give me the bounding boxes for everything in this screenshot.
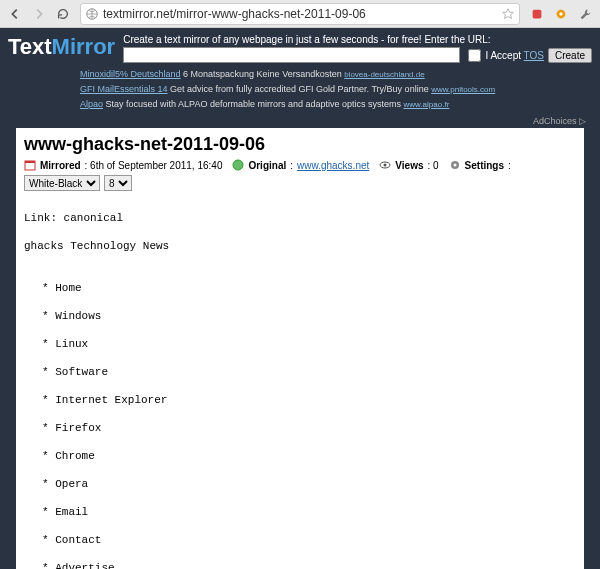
reload-button[interactable] (52, 3, 74, 25)
gear-icon (449, 159, 461, 171)
svg-point-8 (384, 164, 387, 167)
list-item: Firefox (42, 421, 576, 435)
address-bar[interactable]: textmirror.net/mirror-www-ghacks-net-201… (80, 3, 520, 25)
list-item: Software (42, 365, 576, 379)
svg-point-6 (233, 160, 243, 170)
globe-icon (232, 159, 244, 171)
ad-line[interactable]: Alpao Stay focused with ALPAO deformable… (80, 97, 592, 112)
bookmark-star-icon[interactable] (501, 7, 515, 21)
forward-button[interactable] (28, 3, 50, 25)
list-item: Internet Explorer (42, 393, 576, 407)
svg-rect-1 (533, 9, 542, 18)
views-label: Views (395, 160, 423, 171)
list-item: Email (42, 505, 576, 519)
logo[interactable]: TextMirror (8, 34, 115, 60)
page-title: www-ghacks-net-2011-09-06 (24, 134, 576, 155)
original-link[interactable]: www.ghacks.net (297, 160, 369, 171)
theme-select[interactable]: White-Black (24, 175, 100, 191)
mirror-url-input[interactable] (123, 47, 460, 63)
svg-point-3 (559, 12, 563, 16)
fontsize-select[interactable]: 8 (104, 175, 132, 191)
tos-label: I Accept TOS (485, 50, 544, 61)
ads-block: Minoxidil5% Deutschland 6 Monatspackung … (80, 67, 592, 112)
extension-icon[interactable] (526, 3, 548, 25)
tagline: Create a text mirror of any webpage in j… (123, 34, 592, 45)
list-item: Chrome (42, 449, 576, 463)
wrench-icon[interactable] (574, 3, 596, 25)
create-button[interactable]: Create (548, 48, 592, 63)
nav-list: Home Windows Linux Software Internet Exp… (42, 267, 576, 569)
svg-point-10 (453, 164, 456, 167)
browser-toolbar: textmirror.net/mirror-www-ghacks-net-201… (0, 0, 600, 28)
eye-icon (379, 159, 391, 171)
globe-icon (85, 7, 99, 21)
original-label: Original (248, 160, 286, 171)
list-item: Windows (42, 309, 576, 323)
extension-gear-icon[interactable] (550, 3, 572, 25)
calendar-icon (24, 159, 36, 171)
tos-link[interactable]: TOS (524, 50, 544, 61)
ad-line[interactable]: GFI MailEssentials 14 Get advice from fu… (80, 82, 592, 97)
mirrored-label: Mirrored (40, 160, 81, 171)
list-item: Advertise (42, 561, 576, 569)
main-content: www-ghacks-net-2011-09-06 Mirrored: 6th … (16, 128, 584, 569)
tos-checkbox[interactable] (468, 49, 481, 62)
url-text: textmirror.net/mirror-www-ghacks-net-201… (103, 7, 501, 21)
ad-line[interactable]: Minoxidil5% Deutschland 6 Monatspackung … (80, 67, 592, 82)
settings-label: Settings (465, 160, 504, 171)
meta-bar: Mirrored: 6th of September 2011, 16:40 O… (24, 159, 576, 191)
mirrored-text: Link: canonical ghacks Technology News H… (24, 197, 576, 569)
svg-rect-5 (25, 161, 35, 163)
back-button[interactable] (4, 3, 26, 25)
list-item: Contact (42, 533, 576, 547)
site-header: TextMirror Create a text mirror of any w… (0, 28, 600, 569)
list-item: Opera (42, 477, 576, 491)
list-item: Home (42, 281, 576, 295)
adchoices-link[interactable]: AdChoices ▷ (8, 114, 592, 128)
list-item: Linux (42, 337, 576, 351)
